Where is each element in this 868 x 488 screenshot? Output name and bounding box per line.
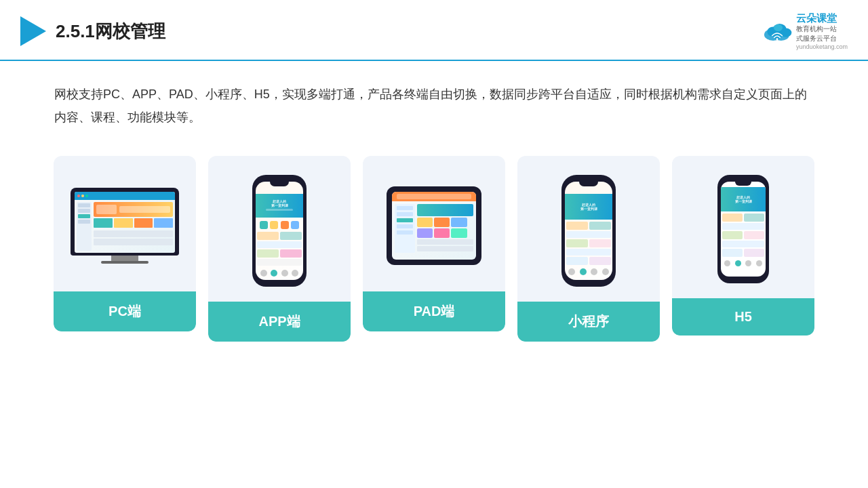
svg-point-6: [776, 38, 778, 40]
pc-mockup: [71, 188, 179, 264]
card-pc-image: [54, 156, 196, 291]
card-app: 赶进人的第一堂判课: [208, 156, 351, 342]
tablet-mockup: [387, 186, 481, 265]
card-app-image: 赶进人的第一堂判课: [208, 156, 351, 302]
page-title: 2.5.1网校管理: [56, 20, 165, 43]
card-pc-label: PC端: [54, 291, 196, 331]
svg-point-5: [774, 24, 783, 31]
card-h5-label: H5: [672, 298, 814, 336]
brand-url: yunduoketang.com: [796, 43, 848, 50]
header-left: 2.5.1网校管理: [20, 16, 165, 46]
card-miniapp: 赶进人的第一堂判课: [517, 156, 660, 342]
brand-name: 云朵课堂: [796, 12, 837, 24]
card-miniapp-image: 赶进人的第一堂判课: [517, 156, 660, 302]
card-app-label: APP端: [208, 302, 351, 342]
phone-mockup-h5: 赶进人的第一堂判课: [717, 175, 769, 283]
brand-logo: 云朵课堂 教育机构一站式服务云平台 yunduoketang.com: [762, 12, 848, 50]
brand-text: 云朵课堂 教育机构一站式服务云平台 yunduoketang.com: [796, 12, 848, 50]
cloud-icon: [762, 20, 792, 42]
card-h5-image: 赶进人的第一堂判课: [672, 156, 814, 298]
card-pad: PAD端: [363, 156, 505, 331]
card-pc: PC端: [54, 156, 196, 331]
page-header: 2.5.1网校管理: [0, 0, 868, 61]
description-text: 网校支持PC、APP、PAD、小程序、H5，实现多端打通，产品各终端自由切换，数…: [0, 61, 868, 136]
card-h5: 赶进人的第一堂判课: [672, 156, 814, 336]
logo-triangle-icon: [20, 16, 46, 46]
header-right: 云朵课堂 教育机构一站式服务云平台 yunduoketang.com: [762, 12, 848, 50]
brand-tagline: 教育机构一站式服务云平台: [796, 24, 837, 43]
phone-mockup-miniapp: 赶进人的第一堂判课: [561, 175, 616, 287]
cards-container: PC端 赶进人的第一堂判课: [0, 136, 868, 342]
phone-mockup-app: 赶进人的第一堂判课: [252, 175, 307, 287]
card-miniapp-label: 小程序: [517, 302, 660, 342]
card-pad-image: [363, 156, 505, 291]
card-pad-label: PAD端: [363, 291, 505, 331]
